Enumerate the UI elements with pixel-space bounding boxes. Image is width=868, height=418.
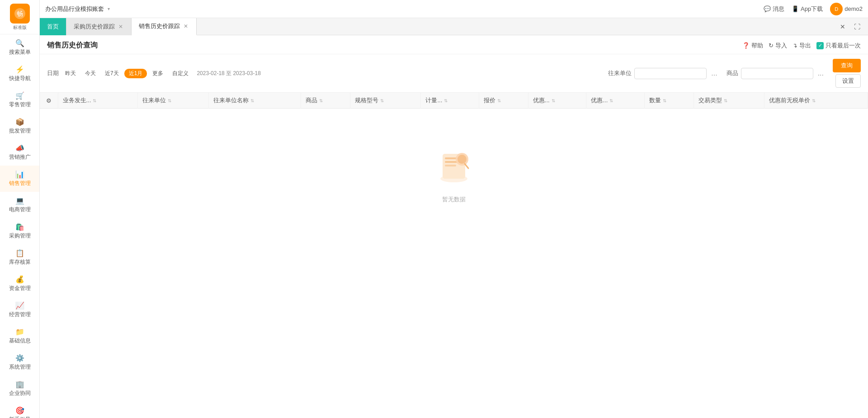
sidebar-item-purchase[interactable]: 🛍️ 采购管理 — [0, 218, 39, 244]
gear-icon[interactable]: ⚙ — [46, 97, 52, 104]
data-table: ⚙ 业务发生...⇅ 往来单位⇅ 往来单位名称⇅ 商品⇅ — [40, 93, 868, 109]
date-btn-1month[interactable]: 近1月 — [124, 69, 147, 78]
th-discount2[interactable]: 优惠...⇅ — [586, 93, 645, 109]
sidebar-item-operations[interactable]: 📈 经营管理 — [0, 297, 39, 323]
date-btn-more[interactable]: 更多 — [149, 69, 167, 78]
purchase-icon: 🛍️ — [15, 223, 24, 231]
sort-icon-spec: ⇅ — [380, 98, 384, 103]
product-dots[interactable]: ... — [816, 69, 826, 77]
th-discount1[interactable]: 优惠...⇅ — [528, 93, 586, 109]
sidebar-item-marketing[interactable]: 📣 营销推广 — [0, 139, 39, 166]
sidebar-item-sales-label: 销售管理 — [9, 180, 31, 187]
th-product[interactable]: 商品⇅ — [301, 93, 350, 109]
only-last-checkbox-group[interactable]: 只看最后一次 — [816, 42, 861, 50]
empty-icon — [431, 145, 476, 190]
date-btn-7days[interactable]: 近7天 — [101, 69, 123, 78]
th-no-tax-price[interactable]: 优惠前无税单价⇅ — [764, 93, 868, 109]
app-download-button[interactable]: 📱 App下载 — [792, 5, 823, 13]
sort-icon-price: ⇅ — [497, 98, 501, 103]
sidebar-item-ecommerce[interactable]: 💻 电商管理 — [0, 192, 39, 218]
app-logo: 畅 标准版 — [0, 0, 39, 34]
tab-fullscreen-button[interactable]: ⛶ — [852, 21, 863, 32]
ecommerce-icon: 💻 — [15, 196, 24, 205]
tab-bar-right: ✕ ⛶ — [837, 21, 868, 32]
query-button[interactable]: 查询 — [833, 59, 861, 72]
partner-dots[interactable]: ... — [709, 69, 719, 77]
th-unit[interactable]: 计量...⇅ — [421, 93, 479, 109]
product-input[interactable] — [741, 68, 813, 79]
tab-sales-close[interactable]: ✕ — [183, 22, 189, 30]
export-button[interactable]: ↴ 导出 — [793, 42, 811, 50]
tab-home-label: 首页 — [47, 23, 59, 31]
enterprise-icon: 🏢 — [15, 380, 24, 389]
sort-icon-no-tax: ⇅ — [812, 98, 816, 103]
user-avatar: D — [830, 3, 843, 15]
user-name: demo2 — [844, 5, 863, 12]
search-icon: 🔍 — [15, 39, 24, 48]
sidebar-item-basic[interactable]: 📁 基础信息 — [0, 323, 39, 349]
only-last-checkbox[interactable] — [816, 42, 824, 49]
tab-sales[interactable]: 销售历史价跟踪 ✕ — [132, 18, 197, 35]
date-btn-custom[interactable]: 自定义 — [169, 69, 192, 78]
sidebar-menu: 🔍 搜索菜单 ⚡ 快捷导航 🛒 零售管理 📦 批发管理 📣 营销推广 📊 销售管… — [0, 34, 39, 418]
sort-icon-biz-date: ⇅ — [93, 98, 96, 103]
sidebar-item-sales[interactable]: 📊 销售管理 — [0, 166, 39, 192]
message-button[interactable]: 💬 消息 — [764, 5, 784, 13]
sidebar-item-newguide[interactable]: 🎯 新手引导 — [0, 402, 39, 418]
title-dropdown-icon[interactable]: ▾ — [108, 6, 110, 11]
th-partner-code[interactable]: 往来单位⇅ — [138, 93, 209, 109]
import-button[interactable]: ↻ 导入 — [769, 42, 787, 50]
marketing-icon: 📣 — [15, 144, 24, 152]
sidebar-item-inventory-label: 库存核算 — [9, 258, 31, 266]
sidebar: 畅 标准版 🔍 搜索菜单 ⚡ 快捷导航 🛒 零售管理 📦 批发管理 📣 营销推广… — [0, 0, 40, 418]
import-label: 导入 — [775, 42, 787, 50]
date-btn-today[interactable]: 今天 — [81, 69, 99, 78]
sidebar-item-inventory[interactable]: 📋 库存核算 — [0, 244, 39, 271]
th-biz-date[interactable]: 业务发生...⇅ — [58, 93, 138, 109]
partner-filter-label: 往来单位 — [608, 69, 632, 77]
tab-sales-label: 销售历史价跟踪 — [139, 22, 180, 30]
sidebar-item-search[interactable]: 🔍 搜索菜单 — [0, 34, 39, 61]
operations-icon: 📈 — [15, 301, 24, 310]
date-filter-group: 日期 昨天 今天 近7天 近1月 更多 自定义 2023-02-18 至 202… — [47, 69, 261, 78]
settings-button[interactable]: 设置 — [835, 74, 861, 88]
tab-close-all-button[interactable]: ✕ — [837, 21, 848, 32]
sort-icon-partner: ⇅ — [168, 98, 171, 103]
top-bar: 办公用品行业模拟账套 ▾ 💬 消息 📱 App下载 D demo2 — [40, 0, 868, 18]
export-label: 导出 — [799, 42, 811, 50]
sort-icon-discount1: ⇅ — [552, 98, 555, 103]
th-trade-type[interactable]: 交易类型⇅ — [693, 93, 764, 109]
system-icon: ⚙️ — [15, 354, 24, 362]
empty-text: 暂无数据 — [442, 195, 466, 204]
sidebar-item-wholesale[interactable]: 📦 批发管理 — [0, 113, 39, 139]
user-menu[interactable]: D demo2 — [830, 3, 863, 15]
table-header-row: ⚙ 业务发生...⇅ 往来单位⇅ 往来单位名称⇅ 商品⇅ — [40, 93, 868, 109]
th-partner-name[interactable]: 往来单位名称⇅ — [208, 93, 301, 109]
partner-input[interactable] — [634, 68, 707, 79]
date-filter-buttons: 昨天 今天 近7天 近1月 更多 自定义 — [61, 69, 192, 78]
help-icon: ❓ — [742, 42, 750, 49]
page-title: 销售历史价查询 — [47, 41, 98, 50]
newguide-icon: 🎯 — [15, 406, 24, 415]
th-price[interactable]: 报价⇅ — [479, 93, 528, 109]
sidebar-item-finance[interactable]: 💰 资金管理 — [0, 271, 39, 297]
app-title: 办公用品行业模拟账套 — [45, 5, 104, 13]
sidebar-item-enterprise[interactable]: 🏢 企业协同 — [0, 375, 39, 402]
help-label: 帮助 — [751, 42, 763, 50]
date-btn-yesterday[interactable]: 昨天 — [61, 69, 80, 78]
tab-bar: 首页 采购历史价跟踪 ✕ 销售历史价跟踪 ✕ ✕ ⛶ — [40, 18, 868, 35]
sidebar-item-shortcut[interactable]: ⚡ 快捷导航 — [0, 61, 39, 87]
action-buttons: 查询 设置 — [833, 59, 861, 88]
th-quantity[interactable]: 数量⇅ — [645, 93, 694, 109]
inventory-icon: 📋 — [15, 249, 24, 257]
sidebar-item-system[interactable]: ⚙️ 系统管理 — [0, 349, 39, 375]
th-gear: ⚙ — [40, 93, 58, 109]
help-button[interactable]: ❓ 帮助 — [742, 42, 763, 50]
sidebar-item-retail-label: 零售管理 — [9, 101, 31, 109]
tab-purchase[interactable]: 采购历史价跟踪 ✕ — [66, 18, 132, 35]
tab-home[interactable]: 首页 — [40, 18, 66, 35]
sort-icon-discount2: ⇅ — [609, 98, 613, 103]
tab-purchase-close[interactable]: ✕ — [118, 23, 124, 31]
th-spec[interactable]: 规格型号⇅ — [350, 93, 421, 109]
sidebar-item-retail[interactable]: 🛒 零售管理 — [0, 87, 39, 113]
